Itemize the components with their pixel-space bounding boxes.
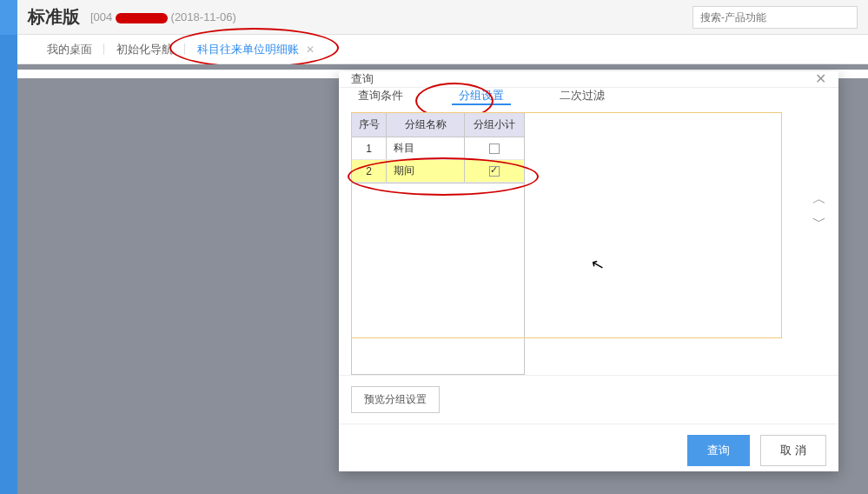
- app-logo[interactable]: [0, 0, 17, 35]
- dialog-tab-conditions[interactable]: 查询条件: [351, 88, 410, 105]
- cell-seq: 2: [352, 160, 387, 182]
- cursor-icon: ↖: [588, 253, 606, 275]
- cell-name: 科目: [387, 137, 465, 159]
- checkbox-icon[interactable]: [489, 144, 500, 154]
- tab-init-nav[interactable]: 初始化导航: [104, 35, 185, 63]
- scroll-arrows: ︿ ﹀: [812, 192, 826, 229]
- dialog-tabs: 查询条件 分组设置 二次过滤: [339, 88, 838, 105]
- tab-detail-ledger-label: 科目往来单位明细账: [197, 42, 299, 57]
- table-row[interactable]: 2 期间: [352, 160, 524, 183]
- dialog-tab-filter-label: 二次过滤: [560, 88, 605, 103]
- cell-subtotal: [465, 160, 524, 182]
- dialog-body: 序号 分组名称 分组小计 1 科目 2 期间 ↖ ︿: [339, 105, 838, 375]
- search-box[interactable]: [692, 6, 858, 29]
- dialog-tab-group-label: 分组设置: [459, 88, 504, 103]
- chevron-down-icon[interactable]: ﹀: [812, 215, 826, 229]
- col-name: 分组名称: [387, 113, 465, 137]
- cell-seq: 1: [352, 137, 387, 159]
- tab-init-nav-label: 初始化导航: [116, 42, 173, 57]
- chevron-up-icon[interactable]: ︿: [812, 192, 826, 206]
- dialog-tab-conditions-label: 查询条件: [358, 88, 403, 103]
- tab-desktop[interactable]: 我的桌面: [35, 35, 104, 63]
- query-button[interactable]: 查询: [687, 435, 750, 466]
- version-prefix: [004: [90, 10, 112, 23]
- close-icon[interactable]: ✕: [815, 72, 826, 86]
- dialog-footer-actions: 查询 取 消: [339, 424, 838, 477]
- preview-group-button[interactable]: 预览分组设置: [351, 386, 440, 413]
- version-date: (2018-11-06): [171, 10, 236, 23]
- dialog-tab-group[interactable]: 分组设置: [452, 88, 511, 105]
- tab-detail-ledger[interactable]: 科目往来单位明细账 ✕: [185, 35, 327, 63]
- cell-name: 期间: [387, 160, 465, 182]
- grid-empty-area: [351, 184, 525, 375]
- main-tabs-bar: 我的桌面 初始化导航 科目往来单位明细账 ✕: [17, 35, 868, 64]
- redacted-marker: [116, 13, 168, 23]
- close-icon[interactable]: ✕: [306, 43, 315, 56]
- cell-subtotal: [465, 137, 524, 159]
- checkbox-icon[interactable]: [489, 166, 500, 177]
- dialog-tab-filter[interactable]: 二次过滤: [553, 88, 612, 105]
- dialog-header: 查询 ✕: [339, 71, 838, 88]
- left-nav-strip: [0, 0, 17, 494]
- grid-header: 序号 分组名称 分组小计: [352, 113, 524, 137]
- col-seq: 序号: [352, 113, 387, 137]
- col-subtotal: 分组小计: [465, 113, 524, 137]
- cancel-button[interactable]: 取 消: [760, 435, 826, 466]
- header-bar: 标准版 [004 (2018-11-06): [17, 0, 868, 35]
- search-input[interactable]: [700, 11, 850, 23]
- app-title: 标准版: [28, 5, 80, 29]
- tab-desktop-label: 我的桌面: [47, 42, 92, 57]
- version-info: [004 (2018-11-06): [90, 10, 236, 23]
- dialog-title: 查询: [351, 71, 374, 87]
- group-grid: 序号 分组名称 分组小计 1 科目 2 期间: [351, 112, 525, 184]
- table-row[interactable]: 1 科目: [352, 137, 524, 160]
- query-dialog: 查询 ✕ 查询条件 分组设置 二次过滤 序号 分组名称 分组小计 1 科目: [339, 71, 838, 471]
- dialog-footer-preview: 预览分组设置: [339, 375, 838, 424]
